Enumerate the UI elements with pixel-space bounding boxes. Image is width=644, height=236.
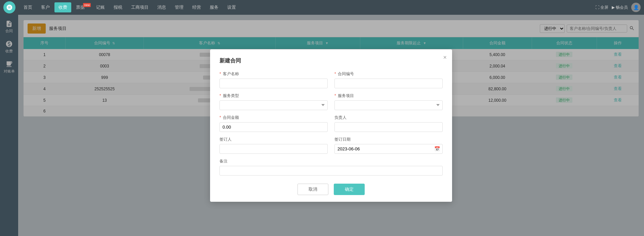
- content-area: 新增 服务项目 进行中 已完成 已取消: [18, 15, 644, 236]
- remark-input[interactable]: [219, 166, 443, 176]
- sign-date-field: 签订日期 📅: [334, 137, 443, 154]
- contract-no-field: * 合同编号: [334, 71, 443, 88]
- cancel-button[interactable]: 取消: [297, 184, 328, 195]
- sign-date-input[interactable]: [334, 144, 443, 154]
- statement-icon: [5, 60, 13, 68]
- nav-ticket[interactable]: 票据 new: [72, 2, 91, 12]
- service-item-field: * 服务项目: [334, 93, 443, 110]
- fullscreen-icon: ⛶: [595, 5, 599, 10]
- nav-operation[interactable]: 经营: [188, 2, 205, 12]
- nav-items: 首页 客户 收费 票据 new 记账 报税 工商项目 消息 管理 经营 服务 设…: [19, 2, 595, 12]
- nav-fee[interactable]: 收费: [54, 2, 71, 12]
- client-name-field: * 客户名称: [219, 71, 328, 88]
- main-layout: 合同 收费 对账单 新增 服务项目: [0, 15, 644, 236]
- signer-label: 签订人: [219, 137, 328, 142]
- responsible-field: 负责人: [334, 115, 443, 132]
- signer-field: 签订人: [219, 137, 328, 154]
- modal-overlay: × 新建合同 * 客户名称 * 合同编号: [18, 15, 644, 236]
- nav-manage[interactable]: 管理: [171, 2, 188, 12]
- fullscreen-button[interactable]: ⛶ 全屏: [595, 5, 608, 10]
- modal-close-button[interactable]: ×: [443, 54, 447, 61]
- calendar-icon: 📅: [434, 146, 440, 151]
- contract-icon: [5, 20, 13, 28]
- responsible-input[interactable]: [334, 122, 443, 132]
- sidebar: 合同 收费 对账单: [0, 15, 18, 236]
- play-icon: ▶: [612, 5, 615, 10]
- nav-client[interactable]: 客户: [37, 2, 54, 12]
- sidebar-item-contract[interactable]: 合同: [0, 17, 18, 36]
- nav-right: ⛶ 全屏 ▶ 畅会员 👤: [595, 3, 641, 12]
- service-type-select[interactable]: [219, 100, 328, 110]
- client-name-label: * 客户名称: [219, 71, 328, 77]
- signer-input[interactable]: [219, 144, 328, 154]
- nav-business[interactable]: 工商项目: [127, 2, 153, 12]
- contract-no-input[interactable]: [334, 79, 443, 88]
- new-badge: new: [83, 3, 91, 7]
- modal-title: 新建合同: [219, 57, 443, 64]
- service-item-select[interactable]: [334, 100, 443, 110]
- contract-no-label: * 合同编号: [334, 71, 443, 77]
- remark-label: 备注: [219, 158, 443, 164]
- confirm-button[interactable]: 确定: [334, 184, 365, 195]
- nav-settings[interactable]: 设置: [223, 2, 240, 12]
- remark-field: 备注: [219, 158, 443, 176]
- avatar[interactable]: 👤: [631, 3, 641, 12]
- contract-amount-field: * 合同金额: [219, 115, 328, 132]
- contract-amount-input[interactable]: [219, 122, 328, 132]
- modal-footer: 取消 确定: [219, 184, 443, 195]
- new-contract-modal: × 新建合同 * 客户名称 * 合同编号: [210, 49, 452, 202]
- nav-home[interactable]: 首页: [19, 2, 36, 12]
- sidebar-item-fee[interactable]: 收费: [0, 38, 18, 56]
- sign-date-wrapper: 📅: [334, 144, 443, 154]
- nav-tax[interactable]: 报税: [110, 2, 126, 12]
- nav-bookkeeping[interactable]: 记账: [92, 2, 109, 12]
- sidebar-item-statement[interactable]: 对账单: [0, 58, 18, 77]
- member-button[interactable]: ▶ 畅会员: [612, 5, 628, 10]
- sign-date-label: 签订日期: [334, 137, 443, 142]
- responsible-label: 负责人: [334, 115, 443, 121]
- nav-service[interactable]: 服务: [206, 2, 223, 12]
- service-item-label: * 服务项目: [334, 93, 443, 99]
- client-name-input[interactable]: [219, 79, 328, 88]
- nav-message[interactable]: 消息: [153, 2, 170, 12]
- logo[interactable]: [3, 1, 15, 13]
- top-nav: 首页 客户 收费 票据 new 记账 报税 工商项目 消息 管理 经营 服务 设…: [0, 0, 644, 15]
- fee-icon: [5, 40, 13, 48]
- service-type-field: * 服务类型: [219, 93, 328, 110]
- contract-amount-label: * 合同金额: [219, 115, 328, 121]
- service-type-label: * 服务类型: [219, 93, 328, 99]
- form-grid: * 客户名称 * 合同编号: [219, 71, 443, 176]
